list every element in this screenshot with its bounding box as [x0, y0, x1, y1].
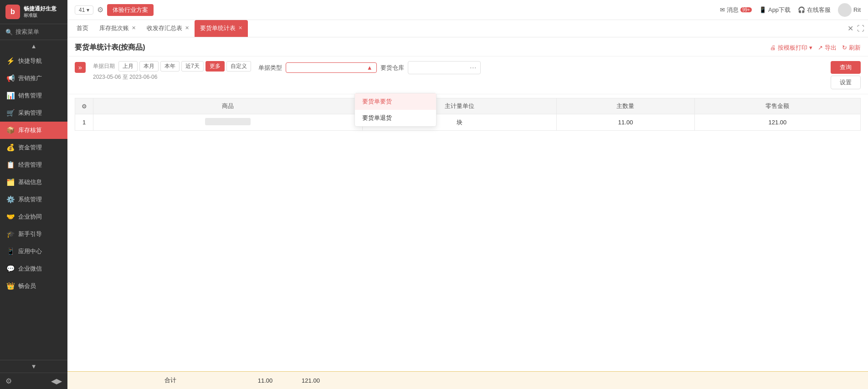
sidebar-search[interactable]: 🔍 搜索菜单	[0, 24, 67, 40]
sidebar-item-purchase[interactable]: 🛒 采购管理	[0, 104, 67, 122]
company-selector[interactable]: 41 ▾	[75, 5, 93, 15]
content-area: 要货单统计表(按商品) 🖨 按模板打印 ▾ ↗ 导出 ↻ 刷新	[67, 37, 868, 389]
col-product: 商品	[93, 98, 363, 114]
sidebar-item-marketing[interactable]: 📢 营销推广	[0, 70, 67, 87]
collapse-sidebar-icon[interactable]: ◀▶	[51, 377, 62, 385]
dropdown-item-return[interactable]: 要货单退货	[355, 110, 436, 126]
print-template-btn[interactable]: 🖨 按模板打印 ▾	[770, 44, 812, 52]
table-container: ⚙ 商品 主计量单位 主数量 零售金额 1	[67, 98, 868, 131]
close-all-tabs-btn[interactable]: ✕	[847, 24, 853, 33]
tab-close-inventory-batch[interactable]: ✕	[132, 25, 136, 31]
tabs-actions: ✕ ⛶	[847, 24, 864, 33]
col-amount: 零售金额	[694, 98, 860, 114]
settings-gear-icon[interactable]: ⚙	[5, 377, 12, 385]
warehouse-select[interactable]: ···	[408, 61, 481, 74]
print-icon: 🖨	[770, 44, 776, 51]
sidebar-bottom: ⚙ ◀▶	[0, 373, 67, 389]
system-icon: ⚙️	[6, 195, 15, 204]
topbar-settings-icon[interactable]: ⚙	[97, 5, 103, 14]
date-range-display: 2023-05-06 至 2023-06-06	[93, 73, 251, 81]
search-icon: 🔍	[5, 29, 13, 36]
sidebar-item-app-center[interactable]: 📱 应用中心	[0, 243, 67, 260]
cell-qty: 11.00	[557, 114, 695, 131]
sidebar-scroll-up: ▲	[0, 40, 67, 52]
headset-icon: 🎧	[798, 6, 805, 13]
footer-qty: 11.00	[242, 377, 288, 384]
wechat-icon: 💬	[6, 265, 15, 273]
filter-actions: 查询 设置	[831, 61, 861, 89]
sidebar-item-member[interactable]: 👑 畅会员	[0, 277, 67, 295]
tab-inventory-batch[interactable]: 库存批次账 ✕	[94, 20, 141, 37]
sidebar-item-enterprise[interactable]: 🤝 企业协同	[0, 208, 67, 225]
app-brand: 畅捷通好生意 标准版	[24, 5, 56, 19]
sidebar-item-quick-nav[interactable]: ⚡ 快捷导航	[0, 52, 67, 70]
date-btn-7days[interactable]: 近7天	[181, 61, 204, 72]
sidebar-logo: b 畅捷通好生意 标准版	[0, 0, 67, 24]
sidebar-nav: ⚡ 快捷导航 📢 营销推广 📊 销售管理 🛒 采购管理 📦 库存核算 💰 资金管…	[0, 52, 67, 360]
footer-amount: 121.00	[288, 377, 334, 384]
sidebar-item-system[interactable]: ⚙️ 系统管理	[0, 191, 67, 208]
app-download-btn[interactable]: 📱 App下载	[759, 6, 791, 14]
tab-home[interactable]: 首页	[71, 20, 94, 37]
filter-expand-btn[interactable]: »	[75, 62, 86, 73]
app-logo-icon: b	[5, 5, 20, 19]
date-quick-buttons: 上月 本月 本年 近7天 更多 自定义	[118, 61, 251, 72]
sidebar-item-guide[interactable]: 🎓 新手引导	[0, 225, 67, 243]
topbar: 41 ▾ ⚙ 体验行业方案 ✉ 消息 99+ 📱 App下载 🎧 在线客服 R	[67, 0, 868, 20]
guide-icon: 🎓	[6, 230, 15, 238]
date-btn-prev-month[interactable]: 上月	[118, 61, 138, 72]
page-actions: 🖨 按模板打印 ▾ ↗ 导出 ↻ 刷新	[770, 44, 861, 52]
query-button[interactable]: 查询	[831, 61, 861, 74]
tab-close-order-summary[interactable]: ✕	[238, 25, 242, 31]
export-btn[interactable]: ↗ 导出	[818, 44, 837, 52]
inventory-icon: 📦	[6, 126, 15, 134]
scroll-up-btn[interactable]: ▲	[29, 41, 38, 51]
date-btn-more[interactable]: 更多	[205, 61, 225, 72]
content-spacer	[67, 131, 868, 267]
page-container: 要货单统计表(按商品) 🖨 按模板打印 ▾ ↗ 导出 ↻ 刷新	[67, 37, 868, 389]
messages-btn[interactable]: ✉ 消息 99+	[720, 6, 752, 14]
page-header: 要货单统计表(按商品) 🖨 按模板打印 ▾ ↗ 导出 ↻ 刷新	[67, 37, 868, 56]
type-dropdown: 要货单要货 要货单退货	[354, 93, 437, 127]
app-center-icon: 📱	[6, 247, 15, 256]
date-btn-this-month[interactable]: 本月	[139, 61, 159, 72]
trial-button[interactable]: 体验行业方案	[107, 4, 154, 16]
col-settings[interactable]: ⚙	[75, 98, 93, 114]
type-select-arrow-up-icon: ▲	[367, 64, 373, 71]
tab-order-summary[interactable]: 要货单统计表 ✕	[195, 20, 248, 37]
table-footer: 合计 11.00 121.00	[67, 371, 868, 389]
purchase-icon: 🛒	[6, 109, 15, 117]
tab-close-receipt-summary[interactable]: ✕	[185, 25, 189, 31]
topbar-right: ✉ 消息 99+ 📱 App下载 🎧 在线客服 Rit	[720, 3, 861, 17]
footer-label: 合计	[148, 376, 193, 384]
type-filter-group: 单据类型 ▲ 要货仓库 ···	[258, 61, 823, 74]
company-chevron-icon: ▾	[87, 7, 89, 13]
scroll-down-btn[interactable]: ▼	[29, 361, 38, 372]
sidebar-item-basic-info[interactable]: 🗂️ 基础信息	[0, 174, 67, 191]
type-select[interactable]: ▲	[286, 62, 377, 73]
col-qty: 主数量	[557, 98, 695, 114]
sidebar-item-sales[interactable]: 📊 销售管理	[0, 87, 67, 104]
date-btn-this-year[interactable]: 本年	[160, 61, 180, 72]
refresh-icon: ↻	[842, 44, 847, 51]
online-service-btn[interactable]: 🎧 在线客服	[798, 6, 831, 14]
print-chevron-icon: ▾	[809, 44, 812, 51]
topbar-left: 41 ▾ ⚙ 体验行业方案	[75, 4, 714, 16]
filter-bar: » 单据日期 上月 本月 本年 近7天 更多 自定义 2023-05-0	[67, 56, 868, 94]
sidebar-item-operations[interactable]: 📋 经营管理	[0, 156, 67, 174]
dropdown-item-order[interactable]: 要货单要货	[355, 93, 436, 110]
enterprise-icon: 🤝	[6, 213, 15, 221]
date-btn-custom[interactable]: 自定义	[226, 61, 251, 72]
settings-button[interactable]: 设置	[831, 76, 861, 89]
basic-info-icon: 🗂️	[6, 178, 15, 186]
sidebar-item-inventory[interactable]: 📦 库存核算	[0, 122, 67, 139]
data-table: ⚙ 商品 主计量单位 主数量 零售金额 1	[75, 98, 861, 131]
sidebar-item-finance[interactable]: 💰 资金管理	[0, 139, 67, 156]
sidebar-item-wechat[interactable]: 💬 企业微信	[0, 260, 67, 277]
expand-tabs-btn[interactable]: ⛶	[857, 25, 864, 33]
refresh-btn[interactable]: ↻ 刷新	[842, 44, 861, 52]
user-avatar-btn[interactable]: Rit	[838, 3, 861, 17]
tab-receipt-summary[interactable]: 收发存汇总表 ✕	[141, 20, 195, 37]
date-filter-row: 单据日期 上月 本月 本年 近7天 更多 自定义	[93, 61, 251, 72]
table-row: 1 块 11.00 121.00	[75, 114, 861, 131]
